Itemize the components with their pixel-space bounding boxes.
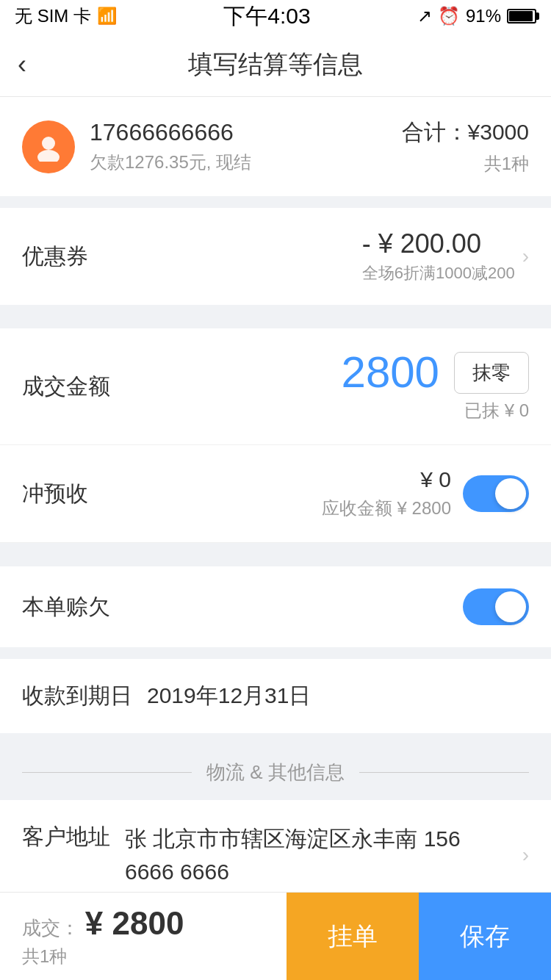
coupon-row[interactable]: 优惠券 - ¥ 200.00 全场6折满1000减200 › <box>0 208 551 305</box>
bottom-total-row: 成交： ¥ 2800 <box>22 905 264 942</box>
section-divider-2 <box>0 555 551 566</box>
pre-charge-toggle[interactable] <box>463 475 529 512</box>
svg-point-0 <box>42 137 55 150</box>
charge-right: ¥ 0 应收金额 ¥ 2800 <box>322 467 529 520</box>
bad-debt-row: 本单赊欠 <box>0 566 551 647</box>
user-phone: 17666666666 <box>90 119 251 146</box>
bottom-amount: ¥ 2800 <box>85 905 184 941</box>
status-bar: 无 SIM 卡 📶 下午4:03 ↗ ⏰ 91% <box>0 0 551 32</box>
transaction-amount: 2800 <box>342 350 439 394</box>
logistics-divider: 物流 & 其他信息 <box>0 745 551 800</box>
total-amount: 合计：¥3000 <box>402 118 529 148</box>
alarm-icon: ⏰ <box>438 6 460 26</box>
bad-debt-toggle[interactable] <box>463 588 529 625</box>
bottom-count: 共1种 <box>22 945 264 968</box>
coupon-chevron-icon: › <box>522 245 529 268</box>
bad-debt-toggle-knob <box>495 591 526 622</box>
user-left: 17666666666 欠款1276.35元, 现结 <box>22 119 251 174</box>
back-button[interactable]: ‹ <box>18 49 26 80</box>
charge-amount: ¥ 0 <box>322 467 451 492</box>
page-title: 填写结算等信息 <box>188 48 363 82</box>
wifi-icon: 📶 <box>97 7 117 26</box>
nav-bar: ‹ 填写结算等信息 <box>0 32 551 97</box>
coupon-right: - ¥ 200.00 全场6折满1000减200 › <box>362 228 529 284</box>
coupon-label: 优惠券 <box>22 242 88 272</box>
address-chevron-icon: › <box>522 843 529 867</box>
bottom-buttons: 挂单 保存 <box>287 893 551 980</box>
save-button[interactable]: 保存 <box>419 893 551 980</box>
transaction-value-area: 2800 抹零 <box>342 350 529 394</box>
due-date-row: 收款到期日 2019年12月31日 <box>0 659 551 733</box>
battery-icon <box>507 9 536 24</box>
divider-line-right <box>359 772 529 773</box>
location-icon: ↗ <box>417 6 432 26</box>
address-value: 张 北京市市辖区海淀区永丰南 156 6666 6666 <box>125 822 508 888</box>
round-button[interactable]: 抹零 <box>454 352 529 394</box>
divider-line-left <box>22 772 192 773</box>
pending-button[interactable]: 挂单 <box>287 893 419 980</box>
coupon-discount: - ¥ 200.00 <box>362 228 515 259</box>
charge-sub: 应收金额 ¥ 2800 <box>322 497 451 520</box>
pre-charge-row: 冲预收 ¥ 0 应收金额 ¥ 2800 <box>0 445 551 543</box>
bad-debt-label: 本单赊欠 <box>22 592 110 622</box>
toggle-knob <box>495 478 526 509</box>
no-sim-label: 无 SIM 卡 <box>15 4 91 28</box>
section-divider-1 <box>0 317 551 328</box>
status-right: ↗ ⏰ 91% <box>417 6 536 26</box>
avatar <box>22 120 75 173</box>
svg-point-1 <box>37 150 60 162</box>
transaction-row: 成交金额 2800 抹零 已抹 ¥ 0 <box>0 328 551 445</box>
total-count: 共1种 <box>402 152 529 176</box>
transaction-section: 成交金额 2800 抹零 已抹 ¥ 0 冲预收 ¥ 0 应收金额 ¥ 2800 <box>0 328 551 543</box>
user-card: 17666666666 欠款1276.35元, 现结 合计：¥3000 共1种 <box>0 97 551 196</box>
due-date-value: 2019年12月31日 <box>147 681 311 711</box>
transaction-sub: 已抹 ¥ 0 <box>342 399 529 422</box>
charge-amount-block: ¥ 0 应收金额 ¥ 2800 <box>322 467 451 520</box>
user-info: 17666666666 欠款1276.35元, 现结 <box>90 119 251 174</box>
bottom-total-label: 成交： <box>22 917 79 939</box>
bottom-left: 成交： ¥ 2800 共1种 <box>0 905 287 968</box>
address-label: 客户地址 <box>22 822 110 852</box>
bottom-bar: 成交： ¥ 2800 共1种 挂单 保存 <box>0 892 551 980</box>
coupon-desc: 全场6折满1000减200 <box>362 262 515 284</box>
user-sub: 欠款1276.35元, 现结 <box>90 151 251 174</box>
pre-charge-label: 冲预收 <box>22 479 88 509</box>
battery-percent: 91% <box>466 6 501 26</box>
status-time: 下午4:03 <box>223 1 310 32</box>
due-date-label: 收款到期日 <box>22 681 132 711</box>
status-left: 无 SIM 卡 📶 <box>15 4 117 28</box>
logistics-divider-text: 物流 & 其他信息 <box>206 760 345 785</box>
user-right: 合计：¥3000 共1种 <box>402 118 529 176</box>
transaction-label: 成交金额 <box>22 372 110 402</box>
content-area: 17666666666 欠款1276.35元, 现结 合计：¥3000 共1种 … <box>0 97 551 980</box>
